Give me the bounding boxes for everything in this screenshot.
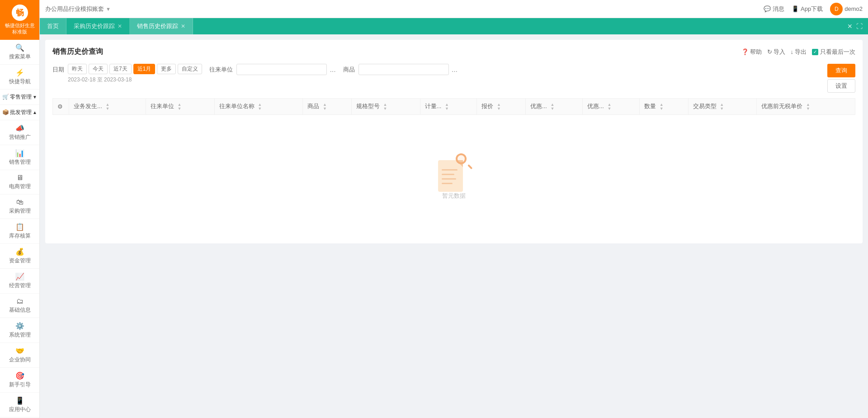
- header-left: 办公用品行业模拟账套 ▼: [45, 5, 111, 13]
- page-actions: ❓ 帮助 ↻ 导入 ↓ 导出 ✓ 只看最后一次: [741, 48, 856, 56]
- query-button[interactable]: 查询: [827, 64, 855, 77]
- basic-icon: 🗂: [2, 297, 38, 305]
- col-goods[interactable]: 商品 ▲▼: [303, 99, 352, 115]
- sort-icon: ▲▼: [105, 103, 109, 111]
- doc-line-3: [442, 178, 456, 180]
- sidebar-item-ops[interactable]: 📈 经营管理: [0, 269, 39, 294]
- empty-state: 暂元数据: [53, 115, 855, 236]
- app-selector-label: 办公用品行业模拟账套: [45, 5, 104, 13]
- date-btn-row: 昨天 今天 近7天 近1月 更多 自定义: [68, 64, 202, 74]
- tabs-bar: 首页 采购历史价跟踪 ✕ 销售历史价跟踪 ✕ ✕ ⛶: [40, 18, 868, 34]
- only-last-checkbox[interactable]: ✓ 只看最后一次: [812, 48, 855, 56]
- user-action[interactable]: D demo2: [830, 3, 863, 15]
- sidebar-item-wholesale[interactable]: 📦 批发管理 ▲: [0, 105, 39, 120]
- empty-illustration: [434, 151, 474, 192]
- download-icon: 📱: [792, 5, 799, 12]
- marketing-icon: 📣: [2, 124, 38, 133]
- page-title-row: 销售历史价查询 ❓ 帮助 ↻ 导入 ↓ 导出 ✓: [52, 47, 855, 57]
- sidebar-item-system[interactable]: ⚙️ 系统管理: [0, 318, 39, 343]
- sidebar-item-basic[interactable]: 🗂 基础信息: [0, 294, 39, 318]
- table-settings-icon[interactable]: ⚙: [57, 103, 63, 110]
- only-last-label: 只看最后一次: [820, 48, 855, 56]
- sidebar-item-search[interactable]: 🔍 搜索菜单: [0, 40, 39, 65]
- sidebar-item-newbie[interactable]: 🎯 新手引导: [0, 368, 39, 393]
- goods-dots-button[interactable]: ...: [452, 66, 458, 74]
- tab-purchase-history[interactable]: 采购历史价跟踪 ✕: [66, 18, 130, 34]
- sort-icon: ▲▼: [178, 103, 182, 111]
- tab-close-sales[interactable]: ✕: [181, 23, 185, 29]
- sidebar-logo[interactable]: 畅 畅捷信好生意 标准版: [0, 0, 39, 40]
- page-card: 销售历史价查询 ❓ 帮助 ↻ 导入 ↓ 导出 ✓: [45, 40, 863, 243]
- sidebar-item-label: 基础信息: [2, 306, 38, 314]
- doc-line-1: [442, 169, 458, 171]
- ecom-icon: 🖥: [2, 174, 38, 182]
- help-button[interactable]: ❓ 帮助: [741, 48, 762, 56]
- date-btn-7days[interactable]: 近7天: [109, 64, 132, 74]
- sidebar-item-inventory[interactable]: 📋 库存核算: [0, 219, 39, 244]
- date-btn-more[interactable]: 更多: [157, 64, 176, 74]
- col-qty[interactable]: 数量 ▲▼: [640, 99, 689, 115]
- col-spec[interactable]: 规格型号 ▲▼: [351, 99, 420, 115]
- doc-line-4: [442, 183, 453, 184]
- magnifier-handle: [467, 164, 472, 169]
- corp-icon: 🤝: [2, 347, 38, 355]
- inventory-icon: 📋: [2, 223, 38, 231]
- col-discount2[interactable]: 优惠... ▲▼: [583, 99, 640, 115]
- wholesale-icon: 📦: [2, 109, 9, 115]
- import-button[interactable]: ↻ 导入: [767, 48, 785, 56]
- partner-input-group: ...: [236, 64, 335, 75]
- sort-icon: ▲▼: [383, 103, 387, 111]
- settings-button[interactable]: 设置: [827, 79, 855, 93]
- chevron-up-icon: ▲: [33, 110, 37, 115]
- col-no-tax-price[interactable]: 优惠前无税单价 ▲▼: [757, 99, 855, 115]
- tab-close-all-button[interactable]: ✕: [847, 23, 853, 30]
- empty-state-row: 暂元数据: [53, 114, 855, 236]
- date-btn-1month[interactable]: 近1月: [133, 64, 156, 74]
- help-label: 帮助: [750, 48, 762, 56]
- sidebar-item-purchase[interactable]: 🛍 采购管理: [0, 195, 39, 219]
- apps-icon: 📱: [2, 396, 38, 405]
- tab-sales-history[interactable]: 销售历史价跟踪 ✕: [130, 18, 193, 34]
- message-action[interactable]: 💬 消息: [764, 5, 784, 13]
- sidebar-item-corp[interactable]: 🤝 企业协同: [0, 343, 39, 368]
- col-discount1[interactable]: 优惠... ▲▼: [526, 99, 583, 115]
- sidebar-item-apps[interactable]: 📱 应用中心: [0, 393, 39, 418]
- tab-close-purchase[interactable]: ✕: [118, 23, 122, 29]
- date-btn-today[interactable]: 今天: [89, 64, 108, 74]
- date-btn-yesterday[interactable]: 昨天: [68, 64, 87, 74]
- date-range-text: 2023-02-18 至 2023-03-18: [68, 76, 202, 84]
- import-icon: ↻: [767, 48, 772, 55]
- sidebar-item-label: 搜索菜单: [2, 53, 38, 61]
- col-trade-type[interactable]: 交易类型 ▲▼: [688, 99, 757, 115]
- tab-home[interactable]: 首页: [40, 18, 66, 34]
- app-download-action[interactable]: 📱 App下载: [792, 5, 823, 13]
- sort-icon: ▲▼: [720, 103, 724, 111]
- quick-nav-icon: ⚡: [2, 68, 38, 77]
- goods-input[interactable]: [359, 64, 449, 75]
- export-label: 导出: [795, 48, 807, 56]
- sidebar-item-finance[interactable]: 💰 资金管理: [0, 244, 39, 269]
- col-unit[interactable]: 计量... ▲▼: [420, 99, 477, 115]
- tab-maximize-button[interactable]: ⛶: [856, 23, 863, 30]
- sort-icon: ▲▼: [551, 103, 555, 111]
- col-settings: ⚙: [53, 99, 69, 115]
- sort-icon: ▲▼: [497, 103, 501, 111]
- filter-actions: 查询 设置: [827, 64, 855, 93]
- sidebar-item-sales-mgmt[interactable]: 📊 销售管理: [0, 145, 39, 170]
- sidebar-item-marketing[interactable]: 📣 营销推广: [0, 120, 39, 145]
- col-biz-date[interactable]: 业务发生... ▲▼: [69, 99, 146, 115]
- export-button[interactable]: ↓ 导出: [791, 48, 807, 56]
- col-partner-name[interactable]: 往来单位名称 ▲▼: [214, 99, 303, 115]
- sidebar-item-label: 电商管理: [2, 183, 38, 190]
- sidebar-item-ecom[interactable]: 🖥 电商管理: [0, 170, 39, 195]
- sidebar-item-retail[interactable]: 🛒 零售管理 ▼: [0, 90, 39, 105]
- purchase-history-tab-label: 采购历史价跟踪: [74, 22, 115, 30]
- col-quote-price[interactable]: 报价 ▲▼: [477, 99, 526, 115]
- col-partner-code[interactable]: 往来单位 ▲▼: [146, 99, 214, 115]
- date-btn-custom[interactable]: 自定义: [178, 64, 202, 74]
- search-icon: 🔍: [2, 43, 38, 52]
- app-selector[interactable]: 办公用品行业模拟账套 ▼: [45, 5, 111, 13]
- sidebar-item-quick-nav[interactable]: ⚡ 快捷导航: [0, 65, 39, 90]
- partner-dots-button[interactable]: ...: [330, 66, 335, 74]
- partner-input[interactable]: [236, 64, 327, 75]
